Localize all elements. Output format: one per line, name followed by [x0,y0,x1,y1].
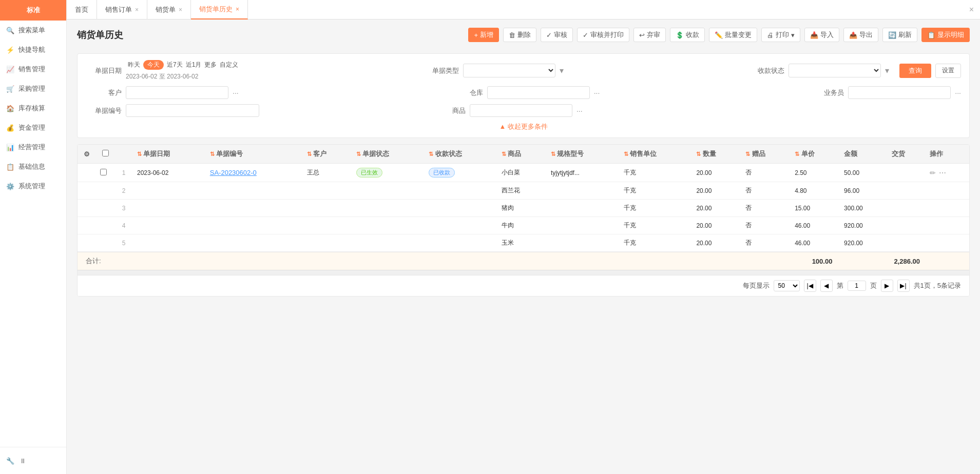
delete-button[interactable]: 🗑 删除 [503,28,536,42]
audit-button[interactable]: ✓ 审核 [541,28,573,42]
payment-status-select[interactable] [789,64,881,77]
th-date[interactable]: ⇅ 单据日期 [133,145,206,164]
date-7days-btn[interactable]: 近7天 [167,61,183,69]
sort-gift-icon: ⇅ [745,151,750,157]
pay-status-badge: 已收款 [429,168,455,177]
last-page-btn[interactable]: ▶| [897,280,910,292]
export-button[interactable]: 📤 导出 [843,28,878,42]
customer-input[interactable] [126,86,228,99]
row-gift: 否 [741,217,791,234]
goods-input[interactable] [470,104,572,117]
abandon-button[interactable]: ↩ 弃审 [633,28,666,42]
date-1month-btn[interactable]: 近1月 [186,61,202,69]
per-page-select[interactable]: 50 100 200 [774,280,800,291]
salesperson-ellipsis[interactable]: ··· [955,89,961,97]
row-action [926,200,969,217]
sort-qty-icon: ⇅ [696,151,701,157]
row-docno [206,200,303,217]
date-more-btn[interactable]: 更多 [204,61,217,69]
row-trade [888,164,926,182]
refresh-button[interactable]: 🔄 刷新 [882,28,917,42]
query-button[interactable]: 查询 [899,64,931,78]
sidebar-item-quick-nav[interactable]: ⚡ 快捷导航 [0,40,66,60]
collapse-btn[interactable]: ▲ 收起更多条件 [86,122,961,131]
th-unit[interactable]: ⇅ 销售单位 [620,145,693,164]
sort-goods-icon: ⇅ [502,151,506,157]
row-qty: 20.00 [692,164,741,182]
page-number-input[interactable] [848,281,866,291]
row-price: 15.00 [791,200,840,217]
filter-row-2: 客户 ··· 仓库 ··· 业务员 ··· [86,86,961,99]
main-area: 首页 销售订单 × 销货单 × 销货单历史 × × 销货单历史 + 新增 [67,0,980,474]
close-tab-sales-order[interactable]: × [135,6,139,13]
sidebar-item-operations-mgmt[interactable]: 📊 经营管理 [0,137,66,157]
tab-home[interactable]: 首页 [67,0,97,19]
close-tab-sales-history[interactable]: × [236,6,239,13]
sort-pay-status-icon: ⇅ [429,151,433,157]
new-button[interactable]: + 新增 [468,28,499,42]
close-tab-sales-goods[interactable]: × [179,6,182,13]
doc-no-input[interactable] [126,104,259,117]
sidebar-item-inventory[interactable]: 🏠 库存核算 [0,98,66,118]
salesperson-input[interactable] [848,86,951,99]
goods-ellipsis[interactable]: ··· [577,107,583,115]
more-action-icon[interactable]: ⋯ [939,169,946,177]
horizontal-scrollbar[interactable] [78,270,969,275]
th-qty[interactable]: ⇅ 数量 [692,145,741,164]
sidebar-item-finance-mgmt[interactable]: 💰 资金管理 [0,118,66,137]
import-button[interactable]: 📥 导入 [804,28,839,42]
first-page-btn[interactable]: |◀ [804,280,816,292]
gear-icon: ⚙️ [6,182,14,190]
row-action [926,234,969,252]
sidebar-item-sales-mgmt[interactable]: 📈 销售管理 [0,60,66,79]
date-custom-btn[interactable]: 自定义 [220,61,238,69]
batch-change-button[interactable]: ✏️ 批量变更 [709,28,757,42]
prev-page-btn[interactable]: ◀ [820,280,833,292]
th-doc-status[interactable]: ⇅ 单据状态 [352,145,425,164]
warehouse-ellipsis[interactable]: ··· [594,89,600,97]
warehouse-input[interactable] [487,86,590,99]
row-unit: 千克 [620,164,693,182]
th-goods[interactable]: ⇅ 商品 [497,145,547,164]
tab-sales-history[interactable]: 销货单历史 × [191,0,248,19]
tab-sales-order[interactable]: 销售订单 × [97,0,147,19]
sidebar-bottom-item[interactable]: 🔧 ⏸ [0,451,66,470]
sidebar-item-search-menu[interactable]: 🔍 搜索菜单 [0,21,66,40]
th-price[interactable]: ⇅ 单价 [791,145,840,164]
row-check[interactable] [96,164,114,182]
date-yesterday-btn[interactable]: 昨天 [128,61,140,69]
close-all-tabs-btn[interactable]: × [963,5,980,14]
th-gift[interactable]: ⇅ 赠品 [741,145,791,164]
row-no: 2 [114,182,133,200]
date-today-btn[interactable]: 今天 [143,60,164,70]
collect-button[interactable]: 💲 收款 [670,28,705,42]
sidebar-item-basic-info[interactable]: 📋 基础信息 [0,157,66,176]
row-checkbox[interactable] [100,169,107,175]
delete-icon: 🗑 [509,31,515,39]
sidebar-item-system-mgmt[interactable]: ⚙️ 系统管理 [0,176,66,196]
th-gear[interactable]: ⚙ [78,145,96,164]
customer-ellipsis[interactable]: ··· [233,89,239,97]
next-page-btn[interactable]: ▶ [881,280,893,292]
edit-icon[interactable]: ✏ [930,169,936,177]
doc-type-select[interactable] [463,64,555,77]
row-price: 46.00 [791,217,840,234]
docno-link[interactable]: SA-20230602-0 [210,169,257,176]
audit-print-button[interactable]: ✓ 审核并打印 [577,28,629,42]
setting-button[interactable]: 设置 [935,64,961,78]
row-spec [547,234,620,252]
th-check[interactable] [96,145,114,164]
select-all-checkbox[interactable] [102,150,109,156]
sidebar-item-purchase-mgmt[interactable]: 🛒 采购管理 [0,79,66,98]
th-customer[interactable]: ⇅ 客户 [303,145,352,164]
tab-sales-goods[interactable]: 销货单 × [147,0,191,19]
th-spec[interactable]: ⇅ 规格型号 [547,145,620,164]
page-title: 销货单历史 [77,29,123,41]
show-details-button[interactable]: 📋 显示明细 [921,28,970,42]
th-pay-status[interactable]: ⇅ 收款状态 [425,145,497,164]
print-button[interactable]: 🖨 打印 ▾ [761,28,800,42]
payment-status-label: 收款状态 [748,66,784,75]
date-label: 单据日期 [86,66,122,75]
th-docno[interactable]: ⇅ 单据编号 [206,145,303,164]
plus-icon: + [474,31,478,39]
